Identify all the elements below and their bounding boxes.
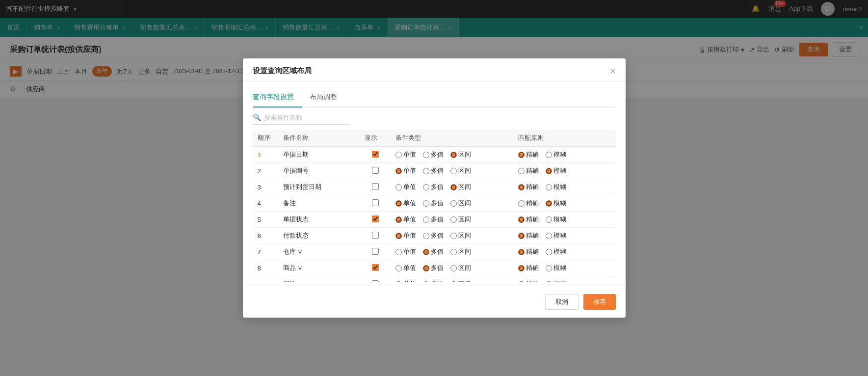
tab-query-fields[interactable]: 查询字段设置 xyxy=(253,90,302,98)
modal-header: 设置查询区域布局 × xyxy=(243,58,626,82)
modal-tabs: 查询字段设置 布局调整 xyxy=(253,90,616,98)
tab-layout-adjust-label: 布局调整 xyxy=(310,93,337,98)
modal-body: 查询字段设置 布局调整 🔍 顺序 条件名称 显示 xyxy=(243,82,626,98)
modal: 设置查询区域布局 × 查询字段设置 布局调整 🔍 xyxy=(243,58,626,98)
modal-title: 设置查询区域布局 xyxy=(253,66,312,76)
modal-close-button[interactable]: × xyxy=(610,67,616,76)
tab-query-fields-label: 查询字段设置 xyxy=(253,93,294,98)
modal-overlay: 设置查询区域布局 × 查询字段设置 布局调整 🔍 xyxy=(0,0,868,98)
tab-layout-adjust[interactable]: 布局调整 xyxy=(310,90,345,98)
